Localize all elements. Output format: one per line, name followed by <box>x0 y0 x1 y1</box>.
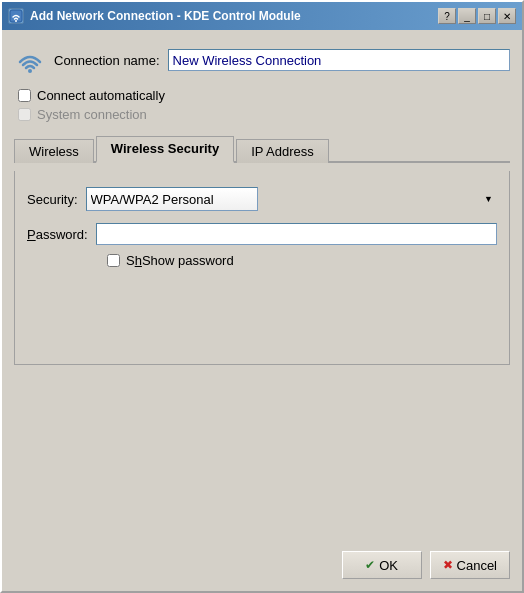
close-button[interactable]: ✕ <box>498 8 516 24</box>
tab-ip-address[interactable]: IP Address <box>236 139 329 163</box>
ok-button[interactable]: ✔ OK <box>342 551 422 579</box>
bottom-buttons: ✔ OK ✖ Cancel <box>2 543 522 591</box>
show-password-row: ShShow password <box>27 253 497 268</box>
tab-content-wireless-security: Security: None WEP 40/128-bit Key WEP 12… <box>14 171 510 365</box>
title-bar-buttons: ? _ □ ✕ <box>438 8 516 24</box>
tab-wireless[interactable]: Wireless <box>14 139 94 163</box>
system-connection-label: System connection <box>37 107 147 122</box>
system-connection-row: System connection <box>18 107 510 122</box>
title-bar-left: Add Network Connection - KDE Control Mod… <box>8 8 301 24</box>
spacer <box>14 373 510 534</box>
connect-auto-checkbox[interactable] <box>18 89 31 102</box>
minimize-button[interactable]: _ <box>458 8 476 24</box>
security-select-wrapper: None WEP 40/128-bit Key WEP 128-bit Pass… <box>86 187 497 211</box>
cancel-icon: ✖ <box>443 558 453 572</box>
connection-name-row: Connection name: <box>14 40 510 80</box>
help-button[interactable]: ? <box>438 8 456 24</box>
connect-auto-label: Connect automatically <box>37 88 165 103</box>
svg-point-1 <box>15 20 17 22</box>
connection-name-input[interactable] <box>168 49 510 71</box>
security-row: Security: None WEP 40/128-bit Key WEP 12… <box>27 187 497 211</box>
cancel-label: Cancel <box>457 558 497 573</box>
security-select[interactable]: None WEP 40/128-bit Key WEP 128-bit Pass… <box>86 187 258 211</box>
security-label: Security: <box>27 192 78 207</box>
tabs-bar: Wireless Wireless Security IP Address <box>14 134 510 163</box>
show-password-checkbox[interactable] <box>107 254 120 267</box>
svg-point-2 <box>28 69 32 73</box>
password-label: Password: <box>27 227 88 242</box>
window-content: Connection name: Connect automatically S… <box>2 30 522 543</box>
wifi-icon <box>14 44 46 76</box>
checkboxes-section: Connect automatically System connection <box>14 88 510 122</box>
main-window: Add Network Connection - KDE Control Mod… <box>0 0 524 593</box>
ok-icon: ✔ <box>365 558 375 572</box>
cancel-button[interactable]: ✖ Cancel <box>430 551 510 579</box>
maximize-button[interactable]: □ <box>478 8 496 24</box>
title-bar: Add Network Connection - KDE Control Mod… <box>2 2 522 30</box>
show-password-label: ShShow password <box>126 253 234 268</box>
password-row: Password: <box>27 223 497 245</box>
system-connection-checkbox[interactable] <box>18 108 31 121</box>
window-title: Add Network Connection - KDE Control Mod… <box>30 9 301 23</box>
connection-name-label: Connection name: <box>54 53 160 68</box>
password-input[interactable] <box>96 223 497 245</box>
tab-wireless-security[interactable]: Wireless Security <box>96 136 234 163</box>
ok-label: OK <box>379 558 398 573</box>
connect-auto-row: Connect automatically <box>18 88 510 103</box>
network-icon <box>8 8 24 24</box>
